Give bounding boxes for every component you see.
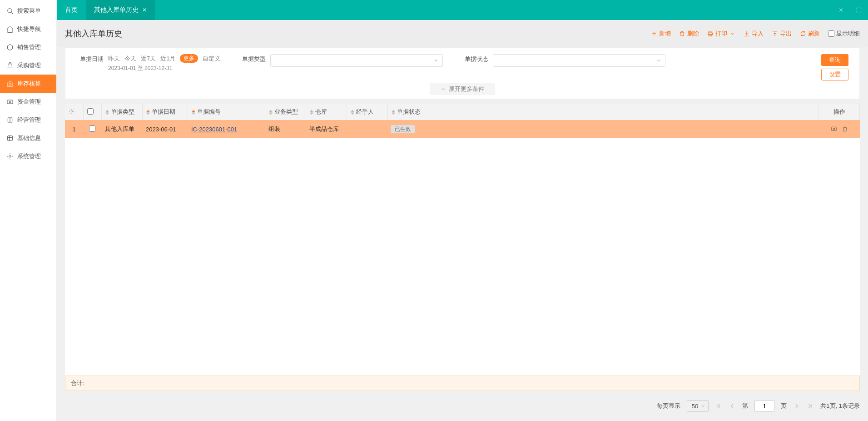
table-row[interactable]: 1 其他入库单 2023-06-01 IC-20230601-001 组装 半成… — [65, 120, 860, 138]
status-badge: 已生效 — [391, 125, 415, 133]
sidebar-item-label: 系统管理 — [17, 152, 41, 160]
sidebar-item-label: 快捷导航 — [17, 25, 41, 33]
per-page-select[interactable]: 50 — [687, 400, 709, 412]
first-page-icon[interactable] — [715, 402, 722, 410]
page-title: 其他入库单历史 — [65, 28, 122, 39]
bag-icon — [6, 62, 14, 69]
show-detail-checkbox[interactable] — [828, 30, 834, 37]
grid-icon — [6, 135, 14, 142]
page-number-input[interactable] — [754, 400, 774, 412]
show-detail-toggle[interactable]: 显示明细 — [828, 30, 860, 38]
view-icon[interactable] — [831, 126, 837, 132]
chevron-down-icon — [656, 58, 661, 63]
filter-type-group: 单据类型 — [238, 54, 443, 67]
settings-button[interactable]: 设置 — [821, 69, 848, 80]
doc-status-select[interactable] — [493, 54, 665, 67]
select-all-checkbox[interactable] — [87, 108, 94, 115]
tab-label: 首页 — [65, 6, 78, 14]
refresh-button[interactable]: 刷新 — [800, 30, 820, 38]
sidebar-item-inventory[interactable]: 库存核算 — [0, 75, 56, 93]
cell-doc-date: 2023-06-01 — [142, 120, 188, 138]
sidebar-item-label: 经营管理 — [17, 116, 41, 124]
cell-warehouse: 半成品仓库 — [306, 120, 347, 138]
row-checkbox[interactable] — [89, 125, 95, 132]
page-prefix: 第 — [742, 402, 748, 410]
query-button[interactable]: 查询 — [821, 54, 848, 66]
sidebar-item-business[interactable]: 经营管理 — [0, 111, 56, 129]
row-index: 1 — [65, 120, 83, 138]
filter-date-label: 单据日期 — [76, 54, 104, 63]
svg-point-0 — [8, 9, 12, 13]
svg-rect-6 — [709, 31, 712, 33]
column-settings-header[interactable] — [65, 104, 83, 120]
svg-point-11 — [833, 128, 835, 130]
chevron-down-icon — [441, 86, 446, 92]
date-opt-1month[interactable]: 近1月 — [160, 55, 175, 63]
column-doc-type[interactable]: 单据类型 — [101, 104, 142, 120]
date-opt-more[interactable]: 更多 — [180, 54, 198, 63]
money-icon — [6, 98, 14, 105]
cell-handler — [347, 120, 387, 138]
date-range-text: 2023-01-01 至 2023-12-31 — [108, 65, 220, 72]
doc-no-link[interactable]: IC-20230601-001 — [191, 126, 237, 133]
svg-point-2 — [9, 101, 11, 103]
sidebar-item-system[interactable]: 系统管理 — [0, 147, 56, 165]
tab-bar: 首页 其他入库单历史 ✕ — [57, 0, 868, 20]
chevron-down-icon — [729, 30, 735, 37]
svg-point-5 — [9, 155, 11, 157]
svg-rect-10 — [831, 127, 836, 130]
delete-button[interactable]: 删除 — [679, 30, 699, 38]
date-opt-yesterday[interactable]: 昨天 — [108, 55, 120, 63]
sidebar-item-finance[interactable]: 资金管理 — [0, 93, 56, 111]
date-opt-today[interactable]: 今天 — [124, 55, 136, 63]
summary-bar: 合计: — [65, 376, 860, 391]
import-button[interactable]: 导入 — [744, 30, 764, 38]
data-table-wrap: 单据类型 单据日期 单据编号 业务类型 仓库 经手人 单据状态 操作 1 其他 — [65, 104, 860, 376]
close-icon[interactable]: ✕ — [142, 7, 147, 13]
cell-doc-type: 其他入库单 — [101, 120, 142, 138]
home-icon — [6, 25, 14, 33]
prev-page-icon[interactable] — [729, 402, 736, 410]
next-page-icon[interactable] — [793, 402, 800, 410]
date-opt-custom[interactable]: 自定义 — [203, 55, 220, 63]
column-doc-no[interactable]: 单据编号 — [188, 104, 265, 120]
pager-total-text: 共1页, 1条记录 — [820, 402, 860, 410]
filter-date-group: 单据日期 昨天 今天 近7天 近1月 更多 自定义 2023-01-01 至 2… — [76, 54, 220, 72]
main-area: 首页 其他入库单历史 ✕ 其他入库单历史 新增 删除 打印 导入 导出 刷新 显… — [57, 0, 868, 421]
expand-conditions-button[interactable]: 展开更多条件 — [430, 83, 495, 95]
data-table: 单据类型 单据日期 单据编号 业务类型 仓库 经手人 单据状态 操作 1 其他 — [65, 104, 860, 138]
tab-other-inbound-history[interactable]: 其他入库单历史 ✕ — [86, 0, 155, 20]
print-button[interactable]: 打印 — [707, 30, 735, 38]
svg-rect-4 — [8, 136, 13, 141]
column-warehouse[interactable]: 仓库 — [306, 104, 347, 120]
svg-rect-1 — [7, 100, 13, 104]
sidebar-item-search[interactable]: 搜索菜单 — [0, 2, 56, 20]
sidebar-item-sales[interactable]: 销售管理 — [0, 38, 56, 56]
last-page-icon[interactable] — [807, 402, 814, 410]
tab-home[interactable]: 首页 — [57, 0, 86, 20]
column-handler[interactable]: 经手人 — [347, 104, 387, 120]
sidebar-item-label: 库存核算 — [17, 80, 41, 88]
sidebar-item-label: 销售管理 — [17, 43, 41, 51]
sidebar-item-quicknav[interactable]: 快捷导航 — [0, 20, 56, 38]
column-checkbox-header[interactable] — [83, 104, 101, 120]
header-actions: 新增 删除 打印 导入 导出 刷新 显示明细 — [651, 30, 860, 38]
svg-rect-8 — [709, 35, 712, 36]
column-status[interactable]: 单据状态 — [387, 104, 819, 120]
sidebar-item-baseinfo[interactable]: 基础信息 — [0, 129, 56, 147]
new-button[interactable]: 新增 — [651, 30, 671, 38]
filter-status-label: 单据状态 — [461, 54, 488, 63]
window-close-button[interactable] — [832, 0, 850, 20]
window-fullscreen-button[interactable] — [850, 0, 868, 20]
column-biz-type[interactable]: 业务类型 — [265, 104, 306, 120]
sidebar-item-purchase[interactable]: 采购管理 — [0, 56, 56, 75]
hexagon-icon — [6, 44, 14, 51]
gear-icon — [6, 153, 14, 160]
sidebar-item-label: 采购管理 — [17, 61, 41, 70]
column-doc-date[interactable]: 单据日期 — [142, 104, 188, 120]
export-button[interactable]: 导出 — [772, 30, 792, 38]
expand-conditions-bar: 展开更多条件 — [76, 80, 848, 99]
date-opt-7days[interactable]: 近7天 — [141, 55, 156, 63]
delete-icon[interactable] — [842, 126, 848, 132]
doc-type-select[interactable] — [270, 54, 443, 67]
